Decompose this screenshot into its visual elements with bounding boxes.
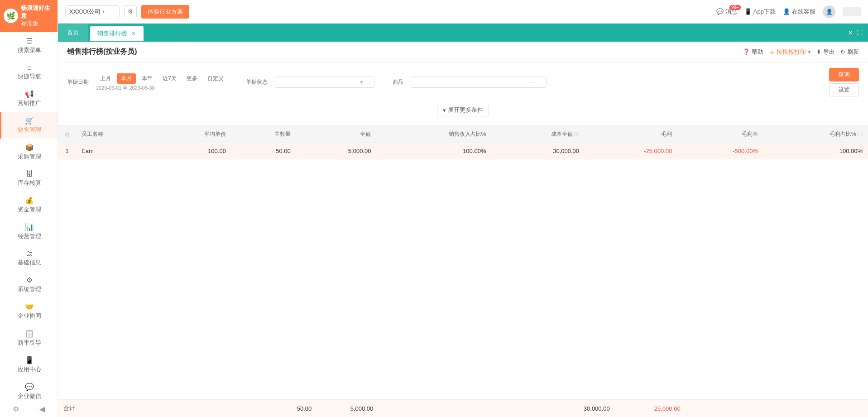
sidebar-item-system[interactable]: ⚙系统管理 xyxy=(0,271,58,298)
cell-gross: -25,000.00 xyxy=(585,143,677,159)
goods-ellipsis: ··· xyxy=(530,79,535,86)
gross-pct-info-icon[interactable]: ⓘ xyxy=(858,131,863,137)
cell-gross-rate: -500.00% xyxy=(677,143,763,159)
window-close-icon[interactable]: ✕ xyxy=(848,29,853,36)
search-icon: ☰ xyxy=(26,37,33,45)
purchase-icon: 📦 xyxy=(25,143,34,152)
online-service-button[interactable]: 👤 在线客服 xyxy=(783,8,815,16)
more-btn[interactable]: 更多 xyxy=(182,73,201,84)
this-year-btn[interactable]: 本年 xyxy=(138,73,157,84)
filter-area: 单据日期 上月 本月 本年 近7天 更多 自定义 2023-06-01 至 20… xyxy=(58,62,868,126)
export-button[interactable]: ⬇ 导出 xyxy=(816,48,835,56)
sidebar-item-quick-nav[interactable]: ⌂快捷导航 xyxy=(0,59,58,85)
active-tab-label: 销售排行榜 xyxy=(97,29,127,38)
sidebar-label-weixin: 企业微信 xyxy=(18,392,41,400)
sidebar-label-search: 搜索菜单 xyxy=(18,46,41,54)
page-actions: ❓ 帮助 🖨 按模板打印 ▾ ⬇ 导出 ↻ 刷新 xyxy=(743,48,859,56)
footer-label: 合计 xyxy=(63,404,75,412)
sidebar-label-system: 系统管理 xyxy=(18,285,41,293)
sidebar-item-finance[interactable]: 💰资金管理 xyxy=(0,192,58,218)
sidebar-item-inventory[interactable]: 🗄库存核算 xyxy=(0,165,58,192)
th-sales-pct: 销售收入占比% xyxy=(376,126,491,143)
settings-icon[interactable]: ⚙ xyxy=(13,405,19,413)
filter-row-1: 单据日期 上月 本月 本年 近7天 更多 自定义 2023-06-01 至 20… xyxy=(67,68,859,96)
date-btn-group: 上月 本月 本年 近7天 更多 自定义 xyxy=(96,73,228,84)
window-expand-icon[interactable]: ⛶ xyxy=(857,29,863,36)
quick-nav-icon: ⌂ xyxy=(27,63,32,72)
th-avg-price: 平均单价 xyxy=(153,126,231,143)
sidebar-label-marketing: 营销推广 xyxy=(18,99,41,107)
sidebar-item-search[interactable]: ☰搜索菜单 xyxy=(0,32,58,59)
sidebar-nav: ☰搜索菜单⌂快捷导航📢营销推广🛒销售管理📦采购管理🗄库存核算💰资金管理📊经营管理… xyxy=(0,32,58,401)
tab-sales-ranking[interactable]: 销售排行榜 ✕ xyxy=(90,26,144,41)
footer-quantity: 50.00 xyxy=(275,405,312,412)
message-badge: 99+ xyxy=(729,5,741,10)
sidebar-item-app-center[interactable]: 📱应用中心 xyxy=(0,351,58,378)
avatar[interactable]: 👤 xyxy=(823,5,835,18)
goods-select[interactable]: ··· xyxy=(411,77,547,88)
sidebar-item-beginner[interactable]: 📋新手引导 xyxy=(0,325,58,351)
sidebar-item-purchase[interactable]: 📦采购管理 xyxy=(0,139,58,165)
column-settings-icon[interactable]: ⚙ xyxy=(64,131,70,138)
date-buttons: 上月 本月 本年 近7天 更多 自定义 2023-06-01 至 2023-06… xyxy=(96,73,228,91)
app-download-button[interactable]: 📱 App下载 xyxy=(744,8,776,16)
tab-bar: 首页 销售排行榜 ✕ ✕ ⛶ xyxy=(58,24,868,42)
logo-icon: 🌿 xyxy=(4,9,18,23)
th-name: 员工名称 xyxy=(76,126,153,143)
message-button[interactable]: 💬 消息 99+ xyxy=(716,8,737,16)
last-7days-btn[interactable]: 近7天 xyxy=(158,73,181,84)
sidebar-item-sales[interactable]: 🛒销售管理 xyxy=(0,112,58,139)
sidebar-item-marketing[interactable]: 📢营销推广 xyxy=(0,85,58,112)
th-gross: 毛利 xyxy=(585,126,677,143)
cell-name: Eam xyxy=(76,143,153,159)
this-month-btn[interactable]: 本月 xyxy=(117,73,136,84)
sidebar-item-base-info[interactable]: 🗂基础信息 xyxy=(0,245,58,271)
footer-cost: 30,000.00 xyxy=(574,405,610,412)
status-select[interactable]: ▾ xyxy=(275,77,374,88)
expand-more-button[interactable]: ▾ 展开更多条件 xyxy=(437,104,489,116)
footer-amount: 5,000.00 xyxy=(337,405,373,412)
operations-icon: 📊 xyxy=(25,223,34,231)
sidebar-item-corp-collab[interactable]: 🤝企业协同 xyxy=(0,298,58,325)
settings-button[interactable]: 设置 xyxy=(829,83,859,96)
print-button[interactable]: 🖨 按模板打印 ▾ xyxy=(769,48,811,56)
collapse-icon[interactable]: ◀ xyxy=(39,405,45,413)
cell-sales-pct: 100.00% xyxy=(376,143,491,159)
page-title: 销售排行榜(按业务员) xyxy=(67,47,137,57)
th-amount: 全额 xyxy=(296,126,377,143)
tab-close-icon[interactable]: ✕ xyxy=(131,30,136,37)
query-button[interactable]: 查询 xyxy=(829,68,859,81)
print-dropdown-icon[interactable]: ▾ xyxy=(808,48,811,55)
sidebar-label-finance: 资金管理 xyxy=(18,206,41,214)
header-right: 💬 消息 99+ 📱 App下载 👤 在线客服 👤 xyxy=(716,5,861,18)
tab-home[interactable]: 首页 xyxy=(58,24,88,41)
cost-info-icon[interactable]: ⓘ xyxy=(574,131,579,137)
export-icon: ⬇ xyxy=(816,48,821,55)
cell-cost: 30,000.00 xyxy=(491,143,585,159)
print-icon: 🖨 xyxy=(769,48,775,55)
last-month-btn[interactable]: 上月 xyxy=(96,73,115,84)
refresh-button[interactable]: ↻ 刷新 xyxy=(840,48,859,56)
sidebar-item-operations[interactable]: 📊经营管理 xyxy=(0,218,58,245)
sidebar-item-weixin[interactable]: 💬企业微信 xyxy=(0,378,58,401)
sidebar-label-purchase: 采购管理 xyxy=(18,153,41,161)
help-button[interactable]: ❓ 帮助 xyxy=(743,48,763,56)
sidebar-label-beginner: 新手引导 xyxy=(18,339,41,347)
download-icon: 📱 xyxy=(744,8,752,15)
service-icon: 👤 xyxy=(783,8,790,15)
page-header: 销售排行榜(按业务员) ❓ 帮助 🖨 按模板打印 ▾ ⬇ 导出 ↻ 刷新 xyxy=(58,42,868,62)
avatar-placeholder: 👤 xyxy=(826,9,833,15)
beginner-icon: 📋 xyxy=(25,329,34,338)
tab-controls: ✕ ⛶ xyxy=(843,29,868,36)
sidebar-label-operations: 经营管理 xyxy=(18,232,41,240)
trial-button[interactable]: 体验行业方案 xyxy=(141,5,189,19)
help-icon: ❓ xyxy=(743,48,750,55)
gear-icon: ⚙ xyxy=(128,8,133,15)
table-body: 1 Eam 100.00 50.00 5,000.00 100.00% 30,0… xyxy=(58,143,868,159)
table-container: ⚙ 员工名称 平均单价 主数量 全额 销售收入占比% 成本全额 ⓘ 毛利 毛利率 xyxy=(58,126,868,399)
custom-btn[interactable]: 自定义 xyxy=(203,73,228,84)
main-area: XXXXX公司 ▾ ⚙ 体验行业方案 💬 消息 99+ 📱 App下载 👤 在线… xyxy=(58,0,868,417)
header-gear-button[interactable]: ⚙ xyxy=(124,5,137,18)
company-selector[interactable]: XXXXX公司 ▾ xyxy=(65,5,120,18)
app-download-label: App下载 xyxy=(753,8,776,16)
